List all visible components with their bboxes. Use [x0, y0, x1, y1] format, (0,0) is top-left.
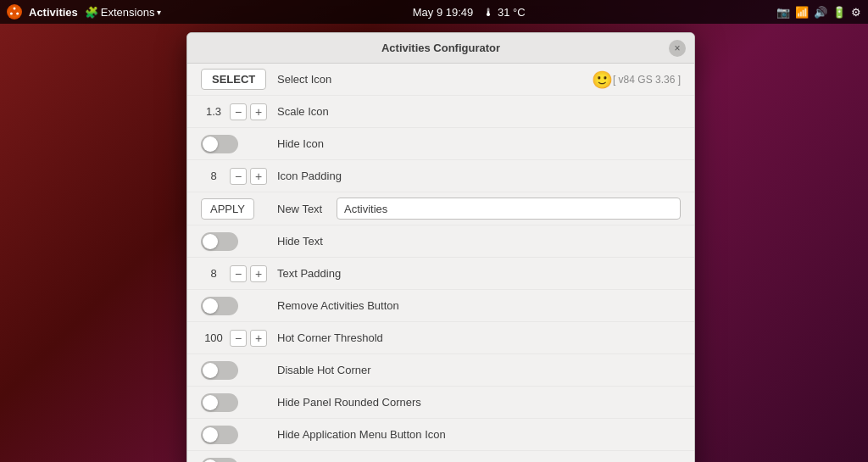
override-shell-theme-toggle[interactable]	[201, 458, 238, 463]
icon-padding-value: 8	[201, 170, 226, 182]
topbar-app-name[interactable]: Activities	[29, 6, 78, 19]
label-hide-text: Hide Text	[277, 235, 681, 248]
topbar-left: Activities 🧩 Extensions ▾	[7, 4, 161, 19]
battery-icon[interactable]: 🔋	[832, 6, 846, 19]
label-scale-icon: Scale Icon	[277, 105, 681, 118]
new-text-input[interactable]	[337, 198, 681, 220]
topbar-extensions-menu[interactable]: 🧩 Extensions ▾	[85, 6, 162, 19]
text-padding-increment[interactable]: +	[250, 265, 267, 282]
activities-configurator-dialog: Activities Configurator × SELECT Select …	[186, 32, 695, 462]
label-icon-padding: Icon Padding	[277, 170, 681, 182]
camera-icon[interactable]: 📷	[776, 6, 790, 19]
setting-control-override-shell-theme	[201, 458, 277, 463]
icon-padding-decrement[interactable]: −	[230, 168, 247, 185]
ubuntu-logo[interactable]	[7, 4, 22, 19]
hide-icon-toggle-knob	[203, 136, 218, 152]
scale-icon-decrement[interactable]: −	[230, 103, 247, 120]
setting-row-hide-icon: Hide Icon	[187, 128, 694, 160]
setting-control-hide-text	[201, 232, 277, 251]
disable-hot-corner-toggle-knob	[203, 363, 218, 378]
label-disable-hot-corner: Disable Hot Corner	[277, 364, 681, 376]
dialog-close-button[interactable]: ×	[669, 40, 686, 57]
svg-point-2	[16, 13, 19, 15]
setting-control-disable-hot-corner	[201, 361, 277, 380]
scale-icon-spinner: 1.3 − +	[201, 103, 267, 120]
setting-control-new-text: APPLY	[201, 198, 277, 220]
hide-application-menu-button-icon-toggle[interactable]	[201, 426, 238, 444]
settings-icon[interactable]: ⚙	[851, 6, 861, 19]
setting-control-scale-icon: 1.3 − +	[201, 103, 277, 120]
label-hide-icon: Hide Icon	[277, 137, 681, 150]
label-new-text: New Text	[277, 203, 337, 215]
setting-control-select-icon: SELECT	[201, 69, 277, 90]
setting-control-text-padding: 8 − +	[201, 265, 277, 282]
hide-icon-toggle[interactable]	[201, 135, 238, 153]
setting-row-hide-application-menu-button-icon: Hide Application Menu Button Icon	[187, 419, 694, 451]
hide-panel-rounded-corners-toggle[interactable]	[201, 393, 238, 412]
disable-hot-corner-toggle[interactable]	[201, 361, 238, 380]
selected-icon-emoji: 🙂	[592, 70, 613, 90]
setting-control-icon-padding: 8 − +	[201, 168, 277, 185]
topbar-datetime: May 9 19:49	[413, 6, 474, 19]
icon-padding-increment[interactable]: +	[250, 168, 267, 185]
setting-row-scale-icon: 1.3 − + Scale Icon	[187, 96, 694, 128]
wifi-icon[interactable]: 📶	[795, 6, 809, 19]
topbar-right: 📷 📶 🔊 🔋 ⚙	[776, 6, 861, 19]
setting-row-new-text: APPLY New Text	[187, 192, 694, 225]
setting-control-hide-icon	[201, 135, 277, 153]
scale-icon-value: 1.3	[201, 105, 226, 118]
label-remove-activities-button: Remove Activities Button	[277, 299, 681, 312]
svg-point-1	[14, 8, 16, 10]
dialog-content: SELECT Select Icon 🙂 [ v84 GS 3.36 ] 1.3…	[187, 64, 694, 462]
hot-corner-threshold-value: 100	[201, 331, 226, 344]
setting-row-disable-hot-corner: Disable Hot Corner	[187, 354, 694, 387]
override-shell-theme-toggle-knob	[203, 459, 218, 463]
dialog-titlebar: Activities Configurator ×	[187, 33, 694, 64]
remove-activities-button-toggle-knob	[203, 298, 218, 314]
text-padding-value: 8	[201, 267, 226, 280]
hot-corner-threshold-decrement[interactable]: −	[230, 330, 247, 347]
hide-panel-rounded-corners-toggle-knob	[203, 395, 218, 410]
puzzle-icon: 🧩	[85, 6, 98, 19]
icon-padding-spinner: 8 − +	[201, 168, 267, 185]
setting-row-icon-padding: 8 − + Icon Padding	[187, 160, 694, 192]
label-select-icon: Select Icon	[277, 73, 585, 86]
text-padding-spinner: 8 − +	[201, 265, 267, 282]
text-padding-decrement[interactable]: −	[230, 265, 247, 282]
label-text-padding: Text Padding	[277, 267, 681, 280]
setting-row-hot-corner-threshold: 100 − + Hot Corner Threshold	[187, 322, 694, 354]
label-hide-panel-rounded-corners: Hide Panel Rounded Corners	[277, 396, 681, 409]
version-label: [ v84 GS 3.36 ]	[613, 74, 681, 86]
select-icon-button[interactable]: SELECT	[201, 69, 266, 90]
dialog-title: Activities Configurator	[381, 42, 500, 54]
setting-control-hide-application-menu-button-icon	[201, 426, 277, 444]
label-hide-application-menu-button-icon: Hide Application Menu Button Icon	[277, 428, 681, 441]
remove-activities-button-toggle[interactable]	[201, 297, 238, 315]
setting-row-hide-text: Hide Text	[187, 225, 694, 258]
hide-application-menu-button-icon-toggle-knob	[203, 427, 218, 443]
setting-control-hot-corner-threshold: 100 − +	[201, 330, 277, 347]
topbar-center: May 9 19:49 🌡 31 °C	[413, 6, 526, 19]
hide-text-toggle[interactable]	[201, 232, 238, 251]
scale-icon-increment[interactable]: +	[250, 103, 267, 120]
setting-row-hide-panel-rounded-corners: Hide Panel Rounded Corners	[187, 387, 694, 419]
setting-row-text-padding: 8 − + Text Padding	[187, 258, 694, 290]
setting-row-remove-activities-button: Remove Activities Button	[187, 290, 694, 322]
hot-corner-threshold-increment[interactable]: +	[250, 330, 267, 347]
apply-text-button[interactable]: APPLY	[201, 198, 254, 220]
hide-text-toggle-knob	[203, 234, 218, 249]
topbar-temperature: 🌡 31 °C	[483, 6, 525, 19]
setting-row-select-icon: SELECT Select Icon 🙂 [ v84 GS 3.36 ]	[187, 64, 694, 96]
setting-control-hide-panel-rounded-corners	[201, 393, 277, 412]
topbar: Activities 🧩 Extensions ▾ May 9 19:49 🌡 …	[0, 0, 868, 24]
volume-icon[interactable]: 🔊	[814, 6, 827, 19]
setting-control-remove-activities-button	[201, 297, 277, 315]
svg-point-3	[10, 13, 13, 15]
setting-row-override-shell-theme: Override Shell Theme	[187, 451, 694, 462]
hot-corner-threshold-spinner: 100 − +	[201, 330, 267, 347]
label-hot-corner-threshold: Hot Corner Threshold	[277, 331, 681, 344]
